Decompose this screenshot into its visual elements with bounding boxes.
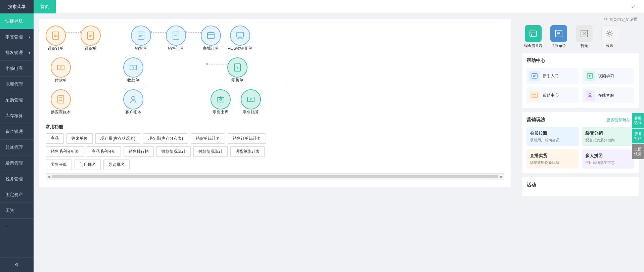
func-btn-purchase-stat[interactable]: 进货单统计表 — [230, 146, 265, 157]
func-btn-retail-order[interactable]: 零售开单 — [46, 160, 72, 170]
settings-label: 设置 — [606, 43, 613, 48]
sidebar-item-wholesale[interactable]: 批发管理 ▾ — [0, 45, 34, 61]
node-purchase-bill[interactable]: 进货单 — [81, 26, 101, 51]
receipt-icon: ¥ — [123, 57, 143, 78]
sidebar-item-label: 发票管理 — [5, 160, 23, 166]
func-btn-store-rank[interactable]: 门店排名 — [75, 160, 101, 170]
tab-home[interactable]: 首页 — [34, 0, 56, 13]
func-btn-sales-rank[interactable]: 销售排行榜 — [124, 146, 154, 157]
node-retail-settlement[interactable]: ¥ 零售结算 — [241, 89, 261, 115]
svg-point-33 — [220, 98, 222, 100]
quick-nav-card: 进货订单 ▶ — [39, 19, 511, 187]
sidebar-item-more[interactable]: ... — [0, 219, 34, 232]
node-retail-order[interactable]: ¥ 零售单 — [227, 57, 247, 83]
node-sales-bill[interactable]: 销货单 — [131, 26, 151, 51]
help-center-title: 帮助中心 — [526, 58, 634, 64]
search-menu-button[interactable]: 搜索菜单 — [0, 0, 34, 13]
sidebar-item-assets[interactable]: 固定资产 — [0, 187, 34, 203]
func-btn-receipt-stat[interactable]: 收款情况统计 — [156, 146, 191, 157]
svg-rect-4 — [88, 32, 94, 39]
sidebar-item-inventory[interactable]: 库存核算 — [0, 108, 34, 124]
fission-title: 裂变分销 — [585, 130, 631, 136]
sidebar-item-invoice[interactable]: 发票管理 — [0, 155, 34, 171]
node-purchase-order[interactable]: 进货订单 — [46, 26, 66, 51]
sidebar-item-quicknav[interactable]: 快捷导航 — [0, 13, 34, 29]
func-btn-goods[interactable]: 商品 — [46, 133, 64, 144]
node-supplier-account[interactable]: 供应商账本 — [51, 89, 71, 115]
scroll-thumb[interactable] — [52, 175, 498, 178]
scroll-left-arrow[interactable]: ◀ — [47, 174, 50, 179]
home-setting-label: 首页自定义设置 — [609, 17, 637, 22]
cashflow-label: 现金流量表 — [524, 43, 543, 48]
node-sales-order[interactable]: 销售订单 — [166, 26, 186, 51]
node-pos[interactable]: POS收银开单 — [228, 26, 252, 51]
marketing-item-member[interactable]: 会员拉新 吸引用户成为会员 — [526, 127, 579, 146]
svg-rect-48 — [532, 74, 537, 78]
newbie-icon — [529, 71, 540, 81]
float-buttons: 客服热线 服务社区 桌面快捷 — [632, 113, 644, 159]
contacts-label: 往来单位 — [551, 43, 566, 48]
help-item-help[interactable]: 帮助中心 — [526, 87, 579, 103]
func-btn-contacts[interactable]: 往来单位 — [66, 133, 93, 144]
sidebar-item-salary[interactable]: 工资 — [0, 203, 34, 219]
home-setting-link[interactable]: ⚙ 首页自定义设置 — [522, 17, 639, 22]
qa-item-contacts[interactable]: 往来单位 — [547, 25, 570, 48]
supplier-account-icon — [51, 89, 71, 109]
node-retail-warehouse[interactable]: 零售出库 — [211, 89, 231, 115]
help-item-service[interactable]: 在线客服 — [582, 87, 634, 103]
node-customer-account[interactable]: 客户账本 — [123, 89, 143, 115]
func-btn-sales-order-stat[interactable]: 销售订单统计表 — [228, 133, 266, 144]
sidebar-item-ledger[interactable]: 总账管理 — [0, 140, 34, 155]
svg-rect-0 — [53, 32, 59, 39]
main-panel: 进货订单 ▶ — [34, 13, 516, 272]
float-btn-community[interactable]: 服务社区 — [632, 129, 644, 144]
marketing-item-group[interactable]: 多人拼团 拼团购物享受优惠 — [582, 149, 634, 169]
marketing-item-live[interactable]: 直播卖货 场景式购物新玩法 — [526, 149, 579, 169]
video-label: 视频学习 — [598, 73, 614, 79]
func-btn-payment-stat[interactable]: 付款情况统计 — [193, 146, 228, 157]
svg-rect-18 — [238, 38, 242, 39]
node-receipt[interactable]: ¥ 收款单 — [123, 57, 143, 83]
qa-item-settings[interactable]: 设置 — [598, 25, 621, 48]
sidebar-item-ecommerce-mgmt[interactable]: 电商管理 — [0, 77, 34, 92]
qa-item-cashflow[interactable]: 现金流量表 — [522, 25, 545, 48]
help-item-video[interactable]: 视频学习 — [582, 68, 634, 84]
func-btn-inventory1[interactable]: 现存量(库存状况表) — [95, 133, 140, 144]
sales-bill-icon — [131, 26, 151, 46]
node-mall-order[interactable]: 商城订单 — [201, 26, 221, 51]
sidebar-item-purchase[interactable]: 采购管理 — [0, 92, 34, 108]
arrow-down-7: ↓ — [275, 85, 297, 88]
marketing-card: 营销玩法 更多营销玩法 > 会员拉新 吸引用户成为会员 裂变分销 裂变式发展分销… — [522, 112, 639, 173]
search-menu-label: 搜索菜单 — [8, 4, 26, 10]
sidebar-settings-button[interactable]: ⚙ — [0, 257, 34, 272]
func-btn-sales-stat[interactable]: 销货单统计表 — [191, 133, 225, 144]
sales-bill-label: 销货单 — [135, 46, 147, 51]
sidebar-item-label: 固定资产 — [5, 192, 23, 198]
scroll-right-arrow[interactable]: ▶ — [500, 174, 503, 179]
func-btn-inventory2[interactable]: 现存量(库存分布表) — [143, 133, 188, 144]
func-btn-goods-profit[interactable]: 商品毛利分析 — [87, 146, 121, 157]
float-btn-desktop[interactable]: 桌面快捷 — [632, 144, 644, 159]
svg-text:¥: ¥ — [132, 66, 134, 70]
float-btn-service[interactable]: 客服热线 — [632, 113, 644, 128]
node-payment[interactable]: ¥ 付款单 — [51, 57, 71, 83]
payment-icon: ¥ — [51, 57, 71, 78]
qa-item-none[interactable]: 暂无 — [573, 25, 596, 48]
tab-home-label: 首页 — [40, 4, 49, 10]
sidebar-item-ecommerce[interactable]: 小畅电商 — [0, 61, 34, 77]
sidebar: 快捷导航 零售管理 ▾ 批发管理 ▾ 小畅电商 电商管理 采购管理 库存核算 资… — [0, 13, 34, 272]
marketing-item-fission[interactable]: 裂变分销 裂变式发展分销商 — [582, 127, 634, 146]
func-btn-sales-profit[interactable]: 销售毛利分析表 — [46, 146, 84, 157]
sidebar-item-finance[interactable]: 资金管理 — [0, 124, 34, 140]
horizontal-scrollbar[interactable]: ◀ ▶ — [46, 173, 504, 180]
sidebar-item-retail[interactable]: 零售管理 ▾ — [0, 29, 34, 45]
marketing-more-link[interactable]: 更多营销玩法 > — [606, 117, 634, 123]
sidebar-item-tax[interactable]: 税务管理 — [0, 171, 34, 187]
help-item-newbie[interactable]: 新手入门 — [526, 68, 579, 84]
purchase-order-icon — [46, 26, 66, 46]
gear-icon: ⚙ — [15, 262, 19, 267]
live-desc: 场景式购物新玩法 — [530, 160, 575, 165]
func-btn-guide-rank[interactable]: 导购排名 — [103, 160, 130, 170]
fullscreen-button[interactable]: ⤢ — [629, 2, 639, 12]
mall-order-icon — [201, 26, 221, 46]
